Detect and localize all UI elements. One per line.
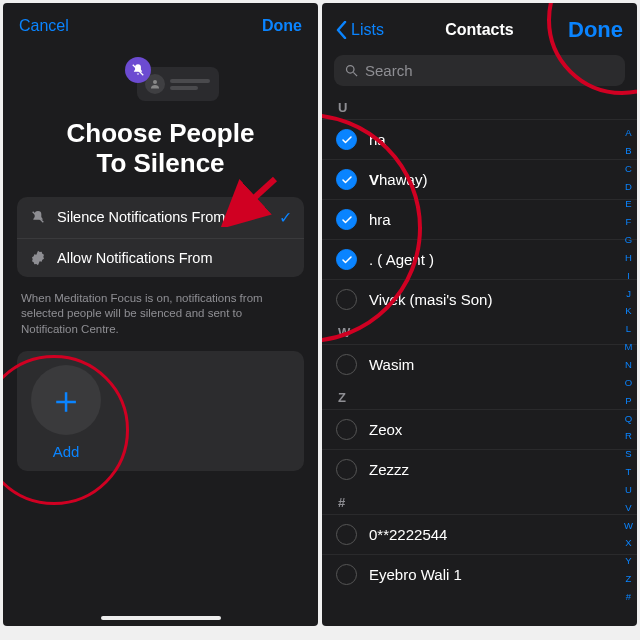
bell-slash-icon (125, 57, 151, 83)
contact-row[interactable]: Vivek (masi's Son) (322, 279, 637, 319)
contact-name: Eyebro Wali 1 (369, 566, 462, 583)
contact-row[interactable]: Zeox (322, 409, 637, 449)
alpha-index[interactable]: ABCDEFGHIJKLMNOPQRSTUVWXYZ# (622, 123, 635, 606)
alpha-index-letter[interactable]: A (625, 127, 631, 138)
contact-row[interactable]: ha (322, 119, 637, 159)
bell-slash-icon (29, 209, 47, 225)
alpha-index-letter[interactable]: O (625, 377, 632, 388)
checkmark-seal-icon (29, 250, 47, 266)
alpha-index-letter[interactable]: R (625, 430, 632, 441)
contact-name: Zeox (369, 421, 402, 438)
done-button[interactable]: Done (262, 17, 302, 35)
add-person-button[interactable]: ＋ Add (31, 365, 101, 460)
selected-checkmark-icon (336, 169, 357, 190)
alpha-index-letter[interactable]: J (626, 288, 631, 299)
home-indicator (101, 616, 221, 620)
alpha-index-letter[interactable]: W (624, 520, 633, 531)
contact-row[interactable]: Zezzz (322, 449, 637, 489)
alpha-index-letter[interactable]: M (625, 341, 633, 352)
left-screen: Cancel Done Choose PeopleTo Silence Sile… (3, 3, 318, 626)
done-button[interactable]: Done (568, 17, 623, 43)
unselected-radio-icon (336, 564, 357, 585)
svg-point-0 (153, 80, 157, 84)
alpha-index-letter[interactable]: S (625, 448, 631, 459)
hero-section: Choose PeopleTo Silence (3, 53, 318, 179)
contact-name: Vivek (masi's Son) (369, 291, 492, 308)
section-header: W (322, 319, 637, 344)
svg-point-4 (347, 66, 355, 74)
hero-illustration (101, 53, 221, 109)
alpha-index-letter[interactable]: X (625, 537, 631, 548)
option-silence-label: Silence Notifications From (57, 209, 269, 225)
contact-name: Zezzz (369, 461, 409, 478)
unselected-radio-icon (336, 459, 357, 480)
svg-line-5 (353, 72, 357, 76)
alpha-index-letter[interactable]: T (626, 466, 632, 477)
contact-row[interactable]: . ( Agent ) (322, 239, 637, 279)
checkmark-icon: ✓ (279, 208, 292, 227)
selected-checkmark-icon (336, 129, 357, 150)
plus-icon: ＋ (47, 381, 85, 419)
alpha-index-letter[interactable]: E (625, 198, 631, 209)
right-nav-bar: Lists Contacts Done (322, 3, 637, 49)
options-group: Silence Notifications From ✓ Allow Notif… (17, 197, 304, 277)
back-button[interactable]: Lists (336, 21, 384, 39)
search-icon (344, 63, 359, 78)
alpha-index-letter[interactable]: U (625, 484, 632, 495)
section-header: # (322, 489, 637, 514)
alpha-index-letter[interactable]: B (625, 145, 631, 156)
alpha-index-letter[interactable]: N (625, 359, 632, 370)
option-silence[interactable]: Silence Notifications From ✓ (17, 197, 304, 238)
option-allow-label: Allow Notifications From (57, 250, 292, 266)
alpha-index-letter[interactable]: K (625, 305, 631, 316)
add-label: Add (53, 443, 80, 460)
contact-row[interactable]: 0**2222544 (322, 514, 637, 554)
alpha-index-letter[interactable]: Q (625, 413, 632, 424)
contact-row[interactable]: Eyebro Wali 1 (322, 554, 637, 594)
right-screen: Lists Contacts Done Search UhaVhaway)hra… (322, 3, 637, 626)
page-title: Choose PeopleTo Silence (47, 119, 275, 179)
alpha-index-letter[interactable]: P (625, 395, 631, 406)
contact-name: ha (369, 131, 386, 148)
contacts-list[interactable]: UhaVhaway)hra. ( Agent )Vivek (masi's So… (322, 94, 637, 594)
alpha-index-letter[interactable]: G (625, 234, 632, 245)
selected-checkmark-icon (336, 249, 357, 270)
search-placeholder: Search (365, 62, 413, 79)
alpha-index-letter[interactable]: I (627, 270, 630, 281)
contact-name: hra (369, 211, 391, 228)
section-header: U (322, 94, 637, 119)
contact-row[interactable]: Wasim (322, 344, 637, 384)
alpha-index-letter[interactable]: V (625, 502, 631, 513)
search-field[interactable]: Search (334, 55, 625, 86)
people-card: ＋ Add (17, 351, 304, 471)
unselected-radio-icon (336, 289, 357, 310)
alpha-index-letter[interactable]: H (625, 252, 632, 263)
selected-checkmark-icon (336, 209, 357, 230)
contact-name: 0**2222544 (369, 526, 447, 543)
contact-name: Vhaway) (369, 171, 427, 188)
unselected-radio-icon (336, 354, 357, 375)
contact-name: Wasim (369, 356, 414, 373)
unselected-radio-icon (336, 524, 357, 545)
contact-name: . ( Agent ) (369, 251, 434, 268)
alpha-index-letter[interactable]: Z (626, 573, 632, 584)
option-allow[interactable]: Allow Notifications From (17, 238, 304, 277)
options-footnote: When Meditation Focus is on, notificatio… (3, 283, 318, 338)
alpha-index-letter[interactable]: # (626, 591, 631, 602)
cancel-button[interactable]: Cancel (19, 17, 69, 35)
alpha-index-letter[interactable]: L (626, 323, 631, 334)
contact-row[interactable]: hra (322, 199, 637, 239)
contact-row[interactable]: Vhaway) (322, 159, 637, 199)
left-nav-bar: Cancel Done (3, 3, 318, 41)
chevron-left-icon (336, 21, 347, 39)
alpha-index-letter[interactable]: D (625, 181, 632, 192)
unselected-radio-icon (336, 419, 357, 440)
section-header: Z (322, 384, 637, 409)
alpha-index-letter[interactable]: F (626, 216, 632, 227)
alpha-index-letter[interactable]: C (625, 163, 632, 174)
alpha-index-letter[interactable]: Y (625, 555, 631, 566)
